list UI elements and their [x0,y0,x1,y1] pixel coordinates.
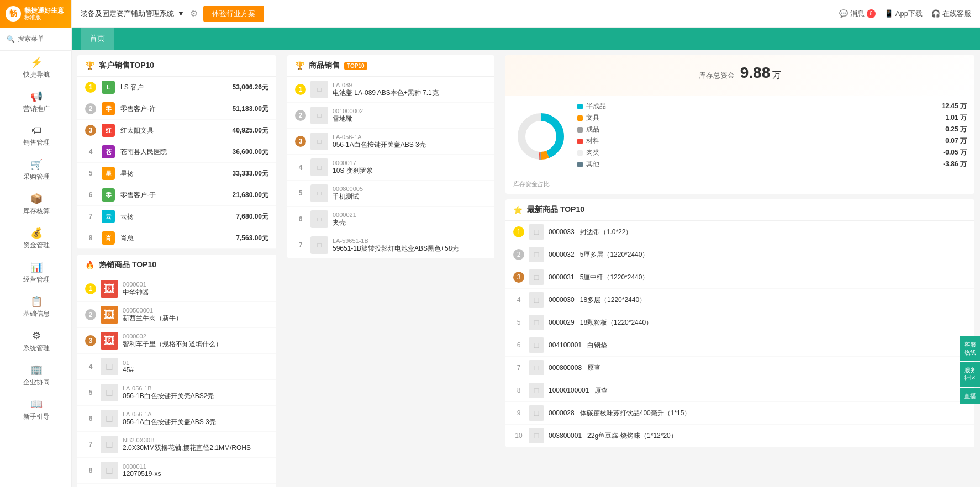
inventory-card: 库存总资金 9.88 万 [505,55,974,194]
rank-number: 2 [85,103,96,114]
finance-icon: 💰 [30,227,43,239]
chevron-down-icon: ▼ [177,9,185,18]
newest-thumbnail: □ [529,315,544,330]
product-thumbnail: 🖼 [101,280,118,298]
hot-product-item: 8 □ 0000011 12070519-xs [77,458,276,484]
search-menu-button[interactable]: 🔍 搜索菜单 [6,32,66,46]
hot-products-list: 1 🖼 0000001 中华神器 2 🖼 000500001 新西兰牛肉（新牛）… [77,276,276,487]
customer-rank-list: 1 L LS 客户 53,006.26元 2 零 零售客户-许 51,183.0… [77,77,276,249]
legend-value: 0.25 万 [945,125,967,134]
rank-number: 4 [295,162,306,173]
donut-chart [513,109,568,164]
right-panel: 库存总资金 9.88 万 [500,50,980,487]
avatar: 苍 [102,145,115,158]
service-label: 在线客服 [942,9,971,19]
sidebar-item-purchase[interactable]: 🛒 采购管理 [0,153,71,187]
avatar: 红 [102,124,115,137]
newest-icon: ⭐ [513,205,523,214]
float-service-btn[interactable]: 客服 热线 [960,336,980,361]
rank-number: 5 [513,317,524,328]
product-name: 056-1A白色按键开关盖ABS 3壳 [123,417,268,427]
hot-product-item: 4 □ 01 45# [77,354,276,380]
product-sales-badge: TOP10 [344,62,367,70]
fire-icon: 🔥 [85,261,94,269]
legend-value: 12.45 万 [942,102,967,111]
donut-area: 半成品 12.45 万 文具 1.01 万 成品 0.25 万 材料 0.07 … [505,96,974,177]
avatar: L [102,81,115,94]
nav-home[interactable]: 首页 [81,28,114,50]
product-thumbnail: 🖼 [101,306,118,324]
newest-product-name: 003800001 22g鱼豆腐-烧烤味（1*12*20） [549,431,967,441]
newest-product-item: 10 □ 003800001 22g鱼豆腐-烧烤味（1*12*20） [505,425,974,447]
nav-icon: ⚡ [30,56,43,68]
product-info: 0000021 夹壳 [333,211,487,227]
rank-number: 1 [295,84,306,95]
float-community-btn[interactable]: 服务 社区 [960,362,980,387]
product-code: LA-59651-1B [333,237,487,244]
customer-value: 33,333.00元 [233,169,268,178]
trial-button[interactable]: 体验行业方案 [203,6,264,22]
sidebar-item-marketing[interactable]: 📢 营销推广 [0,85,71,119]
rank-number: 6 [85,413,96,424]
newest-product-name: 0000032 5厘多层（1220*2440） [549,250,967,260]
inventory-icon: 📦 [30,193,43,205]
customer-top10-card: 🏆 客户销售TOP10 1 L LS 客户 53,006.26元 2 零 零售客… [77,55,276,249]
sidebar-item-sales[interactable]: 🏷 销售管理 [0,119,71,153]
avatar: 肖 [102,231,115,245]
product-info: 0000017 10S 变刹罗浆 [333,160,487,176]
sidebar-item-inventory[interactable]: 📦 库存核算 [0,187,71,221]
product-sales-item: 1 □ LA-089 电池盖 LA-089 ABS本色+黑种 7.1克 [287,77,494,103]
sidebar-item-company[interactable]: 🏢 企业协同 [0,358,71,393]
newest-thumbnail: □ [529,428,544,443]
customer-value: 36,600.00元 [233,147,268,157]
sidebar-item-system[interactable]: ⚙ 系统管理 [0,324,71,358]
rank-number: 8 [513,385,524,396]
logo-text-wrap: 畅捷通好生意 标准版 [24,7,64,21]
sidebar-item-guide[interactable]: 📖 新手引导 [0,393,71,427]
float-live-btn[interactable]: 直播 [960,388,980,404]
rank-number: 7 [85,439,96,450]
message-button[interactable]: 💬 消息 6 [839,9,876,19]
product-thumbnail: □ [101,384,118,401]
inventory-value: 9.88 [740,64,771,81]
newest-thumbnail: □ [529,224,544,240]
legend-dot [577,104,583,109]
legend-item: 其他 -3.86 万 [577,160,967,169]
sidebar-item-finance[interactable]: 💰 资金管理 [0,221,71,256]
customer-name: 星扬 [120,169,227,178]
settings-icon[interactable]: ⚙ [190,8,198,19]
service-button[interactable]: 🎧 在线客服 [931,9,971,19]
app-download-button[interactable]: 📱 App下载 [884,9,923,19]
sidebar-item-basic[interactable]: 📋 基础信息 [0,290,71,324]
sidebar-item-operation[interactable]: 📊 经营管理 [0,256,71,290]
product-code: 0000002 [123,333,268,340]
newest-thumbnail: □ [529,337,544,353]
sidebar-marketing-label: 营销推广 [23,104,50,114]
rank-number: 7 [513,362,524,373]
customer-name: 苍南县人民医院 [120,147,227,157]
trophy-icon: 🏆 [85,61,94,70]
customer-top10-header: 🏆 客户销售TOP10 [77,55,276,77]
customer-name: LS 客户 [120,83,227,92]
newest-product-item: 4 □ 0000030 18多层（1220*2440） [505,289,974,311]
customer-rank-item: 6 零 零售客户-于 21,680.00元 [77,184,276,206]
product-code: 0000001 [123,281,268,288]
product-name: 智利车子里（规格不知道填什么） [123,340,268,349]
sidebar-item-nav[interactable]: ⚡ 快捷导航 [0,51,71,85]
main-wrap: 装备及固定资产辅助管理系统 ▼ ⚙ 体验行业方案 💬 消息 6 📱 App下载 … [72,0,980,487]
customer-rank-item: 7 云 云扬 7,680.00元 [77,206,276,227]
newest-product-item: 7 □ 000800008 原查 [505,357,974,379]
float-buttons: 客服 热线 服务 社区 直播 [960,336,980,404]
logo-sub: 标准版 [24,14,64,21]
product-thumbnail: □ [101,462,118,479]
product-name: 新西兰牛肉（新牛） [123,314,268,323]
newest-products-header: ⭐ 最新商品 TOP10 [505,199,974,221]
system-selector[interactable]: 装备及固定资产辅助管理系统 ▼ [81,9,185,19]
rank-number: 4 [513,294,524,305]
avatar: 星 [102,167,115,180]
sidebar-guide-label: 新手引导 [23,412,50,421]
product-info: 000500001 新西兰牛肉（新牛） [123,307,268,323]
product-sales-item: 4 □ 0000017 10S 变刹罗浆 [287,155,494,181]
rank-number: 10 [513,430,524,441]
legend-dot [577,162,583,167]
